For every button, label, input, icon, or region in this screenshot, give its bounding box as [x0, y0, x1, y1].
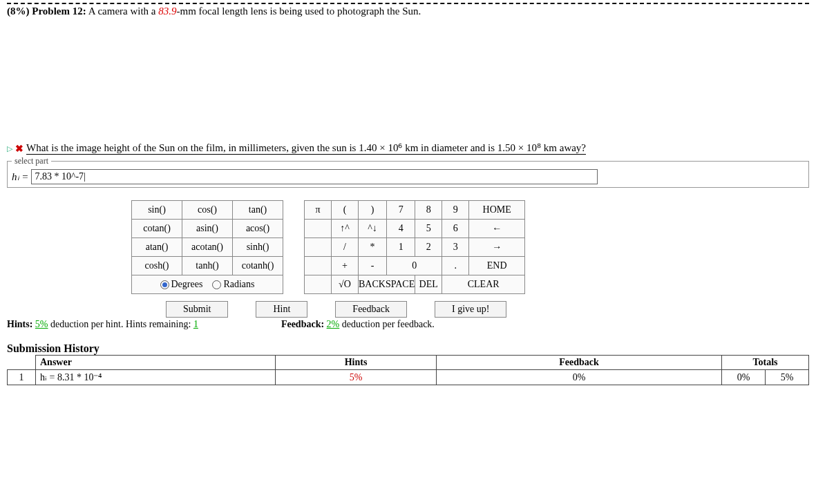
focal-length: 83.9	[158, 6, 176, 17]
key-4[interactable]: 4	[387, 220, 415, 238]
key-dot[interactable]: .	[442, 257, 469, 275]
key-9[interactable]: 9	[442, 201, 469, 220]
wrong-icon: ✖	[15, 143, 23, 155]
col-feedback: Feedback	[437, 356, 722, 370]
hist-t1: 0%	[722, 370, 766, 385]
question-row: ▷ ✖ What is the image height of the Sun …	[7, 142, 809, 155]
hist-answer: hᵢ = 8.31 * 10⁻⁴	[36, 370, 276, 385]
answer-input-row: hᵢ =	[12, 169, 598, 184]
key-asin[interactable]: asin()	[182, 220, 233, 238]
key-mul[interactable]: *	[359, 238, 387, 257]
key-6[interactable]: 6	[442, 220, 469, 238]
action-buttons: Submit Hint Feedback I give up!	[166, 301, 809, 318]
angle-mode-row: Degrees Radians	[132, 275, 283, 294]
key-pi[interactable]: π	[305, 201, 332, 220]
history-row: 1 hᵢ = 8.31 * 10⁻⁴ 5% 0% 0% 5%	[8, 370, 809, 385]
key-atan[interactable]: atan()	[132, 238, 182, 257]
select-part-fieldset: select part hᵢ =	[7, 156, 809, 188]
key-home[interactable]: HOME	[469, 201, 525, 220]
key-div[interactable]: /	[332, 238, 359, 257]
trig-keypad: sin()cos()tan() cotan()asin()acos() atan…	[131, 200, 283, 294]
key-up[interactable]: ↑^	[332, 220, 359, 238]
problem-weight: (8%)	[7, 6, 30, 17]
key-tan[interactable]: tan()	[233, 201, 283, 220]
col-hints: Hints	[276, 356, 437, 370]
hist-n: 1	[8, 370, 36, 385]
key-2[interactable]: 2	[415, 238, 442, 257]
key-cosh[interactable]: cosh()	[132, 257, 182, 275]
answer-field[interactable]	[31, 169, 598, 184]
key-rparen[interactable]: )	[359, 201, 387, 220]
problem-text-a: A camera with a	[88, 6, 159, 17]
key-acos[interactable]: acos()	[233, 220, 283, 238]
numeric-keypad: π ( ) 7 8 9 HOME ↑^ ^↓ 4 5 6 ← / *	[304, 200, 525, 294]
key-3[interactable]: 3	[442, 238, 469, 257]
key-plus[interactable]: +	[332, 257, 359, 275]
key-left[interactable]: ←	[469, 220, 525, 238]
problem-label: Problem 12:	[32, 6, 86, 17]
col-answer: Answer	[36, 356, 276, 370]
key-acotan[interactable]: acotan()	[182, 238, 233, 257]
key-end[interactable]: END	[469, 257, 525, 275]
answer-lhs: hᵢ =	[12, 171, 28, 183]
key-sinh[interactable]: sinh()	[233, 238, 283, 257]
key-cos[interactable]: cos()	[182, 201, 233, 220]
calculator-area: sin()cos()tan() cotan()asin()acos() atan…	[131, 200, 809, 294]
key-clear[interactable]: CLEAR	[442, 275, 525, 294]
problem-header: (8%) Problem 12: A camera with a 83.9-mm…	[7, 3, 809, 17]
key-blank4	[305, 275, 332, 294]
key-blank3	[305, 257, 332, 275]
key-cotanh[interactable]: cotanh()	[233, 257, 283, 275]
key-sin[interactable]: sin()	[132, 201, 182, 220]
key-backspace[interactable]: BACKSPACE	[359, 275, 415, 294]
key-minus[interactable]: -	[359, 257, 387, 275]
key-sqrt[interactable]: √O	[332, 275, 359, 294]
hist-hints: 5%	[276, 370, 437, 385]
hint-button[interactable]: Hint	[256, 301, 307, 318]
submission-history: Submission History Answer Hints Feedback…	[7, 342, 809, 385]
history-title: Submission History	[7, 342, 809, 355]
key-cotan[interactable]: cotan()	[132, 220, 182, 238]
key-blank	[305, 220, 332, 238]
key-5[interactable]: 5	[415, 220, 442, 238]
key-down[interactable]: ^↓	[359, 220, 387, 238]
key-right[interactable]: →	[469, 238, 525, 257]
question-text: What is the image height of the Sun on t…	[26, 142, 586, 155]
radio-degrees[interactable]: Degrees	[160, 279, 203, 289]
key-8[interactable]: 8	[415, 201, 442, 220]
key-1[interactable]: 1	[387, 238, 415, 257]
expand-icon[interactable]: ▷	[7, 144, 12, 153]
giveup-button[interactable]: I give up!	[435, 301, 506, 318]
key-blank2	[305, 238, 332, 257]
hist-feedback: 0%	[437, 370, 722, 385]
key-0[interactable]: 0	[387, 257, 442, 275]
radio-radians[interactable]: Radians	[212, 279, 254, 289]
col-totals: Totals	[722, 356, 809, 370]
problem-text-b: -mm focal length lens is being used to p…	[177, 6, 421, 17]
select-part-legend: select part	[12, 156, 51, 166]
hints-info: Hints: 5% deduction per hint. Hints rema…	[7, 319, 198, 330]
feedback-info: Feedback: 2% deduction per feedback.	[281, 319, 435, 330]
hist-t2: 5%	[766, 370, 809, 385]
feedback-button[interactable]: Feedback	[335, 301, 407, 318]
submit-button[interactable]: Submit	[166, 301, 228, 318]
key-lparen[interactable]: (	[332, 201, 359, 220]
key-del[interactable]: DEL	[415, 275, 442, 294]
key-7[interactable]: 7	[387, 201, 415, 220]
key-tanh[interactable]: tanh()	[182, 257, 233, 275]
